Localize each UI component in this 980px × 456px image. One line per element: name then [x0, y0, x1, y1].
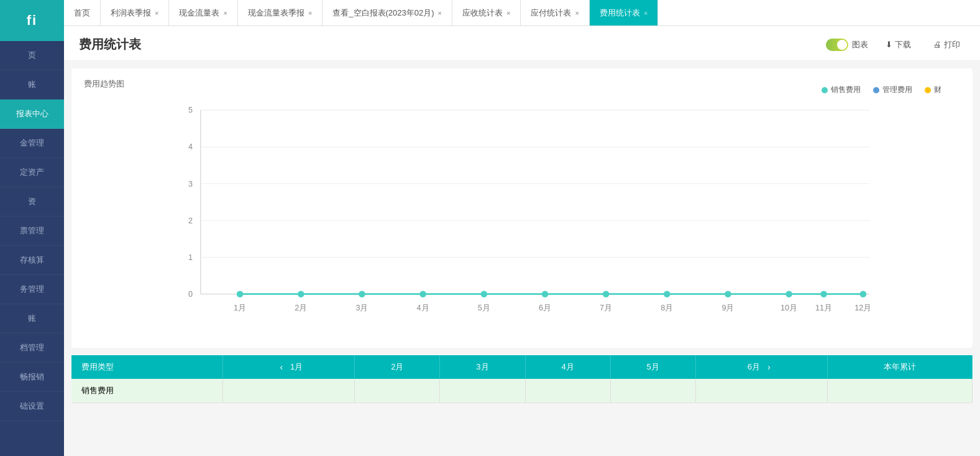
print-icon: 🖨: [933, 40, 941, 49]
svg-text:4月: 4月: [417, 304, 429, 312]
tab-cashflow-quarter-close[interactable]: ×: [308, 9, 312, 17]
chart-toggle-wrapper[interactable]: 图表: [826, 39, 868, 51]
tab-profit-label: 利润表季报: [111, 7, 151, 19]
sidebar-item-inventory[interactable]: 存核算: [0, 246, 64, 275]
tab-home-label: 首页: [74, 7, 90, 19]
tab-profit-close[interactable]: ×: [155, 9, 158, 17]
chart-toggle-label: 图表: [852, 39, 868, 50]
sidebar-item-assets[interactable]: 定资产: [0, 158, 64, 187]
sidebar-item-home[interactable]: 页: [0, 41, 64, 70]
sidebar-item-invoices[interactable]: 票管理: [0, 216, 64, 246]
print-button[interactable]: 🖨 打印: [928, 37, 965, 53]
svg-text:2月: 2月: [295, 304, 307, 312]
tab-expense[interactable]: 费用统计表 ×: [590, 0, 658, 26]
main-content: 首页 利润表季报 × 现金流量表 × 现金流量表季报 × 查看_空白报表(202…: [64, 0, 980, 456]
tab-blank-report-close[interactable]: ×: [438, 9, 442, 17]
col-month-5-header: 5月: [610, 355, 695, 379]
legend-sales-dot: [822, 87, 828, 93]
svg-point-36: [860, 291, 867, 297]
tab-payable-close[interactable]: ×: [575, 9, 579, 17]
sidebar-item-salary[interactable]: 资: [0, 187, 64, 216]
chart-toggle[interactable]: [826, 39, 848, 51]
svg-text:4: 4: [188, 142, 193, 151]
legend-admin-dot: [873, 87, 879, 93]
svg-text:0: 0: [188, 290, 193, 299]
col-total-header: 本年累计: [827, 355, 972, 379]
svg-text:1: 1: [188, 253, 193, 262]
row-m4-cell: [525, 379, 610, 403]
svg-text:11月: 11月: [815, 304, 832, 312]
prev-month-arrow[interactable]: ‹: [275, 362, 288, 372]
svg-text:6月: 6月: [539, 304, 551, 312]
page-title: 费用统计表: [79, 36, 141, 53]
legend-sales-label: 销售费用: [831, 85, 861, 95]
download-icon: ⬇: [886, 40, 892, 49]
tab-payable[interactable]: 应付统计表 ×: [521, 0, 589, 26]
content-area: 费用统计表 图表 ⬇ 下载 🖨 打印 费用趋势图: [64, 26, 980, 456]
svg-text:5: 5: [188, 106, 193, 114]
col-month-6-header: 6月 ›: [695, 355, 827, 379]
row-m2-cell: [355, 379, 440, 403]
tab-payable-label: 应付统计表: [531, 7, 571, 19]
row-type-cell: 销售费用: [71, 379, 223, 403]
sidebar-item-ledger[interactable]: 账: [0, 304, 64, 333]
tab-profit[interactable]: 利润表季报 ×: [101, 0, 169, 26]
next-month-arrow[interactable]: ›: [762, 362, 776, 372]
svg-point-25: [237, 291, 244, 297]
trend-chart: 5 4 3 2 1 0 1月 2月 3月 4月 5月 6月 7月 8月 9月: [84, 97, 960, 333]
tab-blank-report-label: 查看_空白报表(2023年02月): [332, 7, 434, 19]
svg-point-34: [785, 291, 792, 297]
chart-legend: 销售费用 管理费用 财: [822, 85, 941, 95]
expense-table: 费用类型 ‹ 1月 2月 3月 4月 5月: [71, 355, 973, 403]
tab-bar: 首页 利润表季报 × 现金流量表 × 现金流量表季报 × 查看_空白报表(202…: [64, 0, 980, 26]
svg-text:8月: 8月: [661, 304, 673, 312]
svg-text:2: 2: [188, 216, 193, 225]
sidebar-item-reports[interactable]: 报表中心: [0, 100, 64, 129]
sidebar-item-files[interactable]: 档管理: [0, 333, 64, 363]
col-month-6-label: 6月: [748, 361, 760, 373]
svg-point-29: [481, 291, 488, 297]
download-label: 下载: [895, 39, 911, 50]
col-type-header: 费用类型: [71, 355, 223, 379]
legend-finance: 财: [925, 85, 941, 95]
tab-receivable[interactable]: 应收统计表 ×: [452, 0, 521, 26]
svg-point-31: [603, 291, 610, 297]
sidebar-item-expenses[interactable]: 畅报销: [0, 363, 64, 392]
legend-admin-label: 管理费用: [882, 85, 912, 95]
tab-cashflow-label: 现金流量表: [179, 7, 219, 19]
chart-svg-wrapper: 5 4 3 2 1 0 1月 2月 3月 4月 5月 6月 7月 8月 9月: [84, 97, 960, 335]
svg-point-33: [725, 291, 731, 297]
svg-text:3: 3: [188, 180, 193, 188]
row-m6-cell: [695, 379, 827, 403]
svg-text:5月: 5月: [478, 304, 490, 312]
sidebar-item-capital[interactable]: 金管理: [0, 129, 64, 158]
chart-section: 费用趋势图 销售费用 管理费用 财: [71, 68, 973, 348]
table-row: 销售费用: [71, 379, 973, 403]
tab-blank-report[interactable]: 查看_空白报表(2023年02月) ×: [323, 0, 452, 26]
sidebar-item-account[interactable]: 账: [0, 70, 64, 100]
col-month-4-header: 4月: [525, 355, 610, 379]
sidebar-item-settings[interactable]: 础设置: [0, 392, 64, 421]
download-button[interactable]: ⬇ 下载: [881, 37, 916, 53]
col-month-nav[interactable]: ‹ 1月: [223, 355, 355, 379]
col-month-2-header: 2月: [355, 355, 440, 379]
svg-point-30: [542, 291, 549, 297]
header-actions: 图表 ⬇ 下载 🖨 打印: [826, 37, 965, 53]
svg-point-26: [298, 291, 305, 297]
svg-text:12月: 12月: [854, 304, 871, 312]
svg-text:7月: 7月: [600, 304, 612, 312]
row-m1-cell: [223, 379, 355, 403]
legend-admin: 管理费用: [873, 85, 912, 95]
tab-cashflow-close[interactable]: ×: [223, 9, 227, 17]
svg-text:3月: 3月: [355, 304, 368, 312]
legend-sales: 销售费用: [822, 85, 861, 95]
tab-home[interactable]: 首页: [64, 0, 101, 26]
sidebar-item-affairs[interactable]: 务管理: [0, 275, 64, 304]
tab-receivable-close[interactable]: ×: [506, 9, 510, 17]
col-month-1: 1月: [290, 361, 303, 373]
tab-expense-close[interactable]: ×: [644, 9, 648, 17]
tab-cashflow-quarter[interactable]: 现金流量表季报 ×: [238, 0, 323, 26]
row-m5-cell: [610, 379, 695, 403]
legend-finance-label: 财: [934, 85, 941, 95]
tab-cashflow[interactable]: 现金流量表 ×: [169, 0, 237, 26]
